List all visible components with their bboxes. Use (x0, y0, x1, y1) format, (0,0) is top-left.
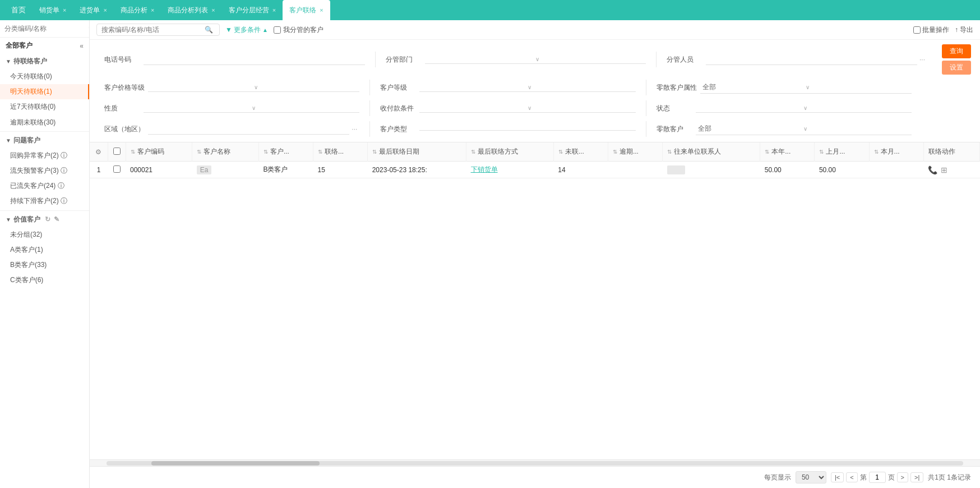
sidebar-group-value[interactable]: ▼ 价值客户 ↻ ✎ (0, 212, 89, 227)
row-checkbox[interactable] (113, 165, 121, 173)
th-action: 联络动作 (923, 142, 979, 162)
th-this-month[interactable]: ⇅ 本月... (869, 142, 923, 162)
th-last-date[interactable]: ⇅ 最后联络日期 (368, 142, 466, 162)
gender-select[interactable]: ∨ (144, 104, 359, 113)
close-product-analysis-icon[interactable]: × (151, 7, 154, 13)
close-sales-order-icon[interactable]: × (63, 7, 66, 13)
th-name[interactable]: ⇅ 客户名称 (192, 142, 259, 162)
sidebar-item-churn-warning[interactable]: 流失预警客户(3) ⓘ (0, 163, 89, 178)
edit-value-icon[interactable]: ✎ (54, 215, 59, 223)
dept-select-arrow: ∨ (535, 56, 644, 62)
sidebar-item-tomorrow-pending[interactable]: 明天待联络(1) (0, 84, 89, 99)
th-unit-contact[interactable]: ⇅ 往来单位联系人 (663, 142, 760, 162)
nav-product-analysis[interactable]: 商品分析 × (114, 0, 161, 20)
th-type[interactable]: ⇅ 客户... (258, 142, 313, 162)
sidebar-item-class-a[interactable]: A类客户(1) (0, 242, 89, 257)
next-page-btn[interactable]: > (897, 472, 908, 482)
batch-op-btn[interactable]: 批量操作 (913, 25, 949, 35)
sidebar-item-abnormal-repurchase[interactable]: 回购异常客户(2) ⓘ (0, 148, 89, 163)
menu-action-icon[interactable]: ⊞ (941, 165, 947, 174)
filter-customer-type: 客户类型 (375, 122, 641, 136)
close-customer-layering-icon[interactable]: × (272, 7, 276, 13)
filter-price-level: 客户价格等级 ∨ (99, 81, 365, 95)
nav-home[interactable]: 首页 (4, 0, 33, 20)
problem-arrow-icon: ▼ (6, 137, 11, 144)
sidebar-item-overdue-pending[interactable]: 逾期未联络(30) (0, 115, 89, 130)
nav-purchase-order[interactable]: 进货单 × (73, 0, 113, 20)
sidebar-item-today-pending[interactable]: 今天待联络(0) (0, 69, 89, 84)
sidebar-group-problem[interactable]: ▼ 问题客户 (0, 133, 89, 148)
th-this-year[interactable]: ⇅ 本年... (760, 142, 815, 162)
sidebar-search-input[interactable] (4, 25, 89, 33)
th-overdue[interactable]: ⇅ 逾期... (608, 142, 662, 162)
scrollbar-thumb[interactable] (151, 461, 320, 466)
filter-divider-2 (656, 52, 657, 67)
th-settings[interactable]: ⚙ (90, 142, 108, 162)
query-btn[interactable]: 查询 (942, 44, 971, 58)
close-purchase-order-icon[interactable]: × (103, 7, 107, 13)
toolbar-right: 批量操作 ↑ 导出 (913, 25, 973, 35)
horizontal-scrollbar[interactable] (90, 459, 980, 466)
retail-customer-arrow: ∨ (803, 126, 909, 132)
retail-customer-select[interactable]: 全部 ∨ (696, 123, 912, 135)
manager-dots[interactable]: ··· (917, 56, 927, 63)
nav-product-analysis-list[interactable]: 商品分析列表 × (161, 0, 221, 20)
prev-page-btn[interactable]: < (846, 472, 857, 482)
price-level-select[interactable]: ∨ (148, 83, 359, 92)
cell-overdue (608, 162, 662, 178)
call-action-icon[interactable]: 📞 (928, 165, 937, 174)
filter-dept: 分管部门 ∨ (380, 53, 652, 67)
status-select[interactable]: ∨ (696, 104, 912, 113)
first-page-btn[interactable]: |< (831, 472, 844, 482)
region-dots[interactable]: ··· (349, 125, 359, 133)
th-uncontacted[interactable]: ⇅ 未联... (553, 142, 608, 162)
settings-icon[interactable]: ⚙ (95, 148, 101, 156)
close-customer-contact-icon[interactable]: × (320, 7, 323, 13)
per-page-select[interactable]: 50 100 200 (796, 471, 826, 484)
payment-select[interactable]: ∨ (419, 104, 635, 113)
last-method-link[interactable]: 下销货单 (471, 165, 498, 173)
page-input[interactable] (869, 472, 886, 483)
sidebar-search-wrap: 🔍 (0, 20, 89, 38)
th-contacts[interactable]: ⇅ 联络... (313, 142, 368, 162)
nav-customer-contact[interactable]: 客户联络 × (283, 0, 330, 20)
filter-actions: 查询 设置 (942, 44, 971, 75)
th-this-month-sort-icon: ⇅ (874, 149, 879, 155)
batch-checkbox[interactable] (913, 26, 921, 34)
sidebar-item-churned[interactable]: 已流失客户(24) ⓘ (0, 178, 89, 194)
refresh-value-icon[interactable]: ↻ (45, 215, 50, 223)
sidebar-item-class-c[interactable]: C类客户(6) (0, 273, 89, 288)
value-arrow-icon: ▼ (6, 217, 11, 223)
sidebar-item-7days-pending[interactable]: 近7天待联络(0) (0, 99, 89, 114)
main-layout: 🔍 全部客户 « ▼ 待联络客户 今天待联络(0) 明天待联络(1) 近7天待联… (0, 20, 980, 488)
sidebar-item-ungrouped[interactable]: 未分组(32) (0, 227, 89, 242)
phone-input[interactable] (144, 54, 365, 65)
sidebar-item-class-b[interactable]: B类客户(33) (0, 257, 89, 273)
cell-last-date: 2023-05-23 18:25: (368, 162, 466, 178)
reset-btn[interactable]: 设置 (942, 61, 971, 75)
sidebar-group-pending[interactable]: ▼ 待联络客户 (0, 54, 89, 69)
sidebar-collapse-icon[interactable]: « (80, 42, 84, 50)
retail-attr-select[interactable]: 全部 ∨ (700, 81, 912, 94)
last-page-btn[interactable]: >| (910, 472, 923, 482)
sidebar-all-customers[interactable]: 全部客户 « (0, 38, 89, 54)
th-last-method[interactable]: ⇅ 最后联络方式 (466, 142, 554, 162)
retail-customer-label: 零散客户 (657, 125, 696, 134)
select-all-checkbox[interactable] (113, 148, 121, 155)
nav-customer-layering[interactable]: 客户分层经营 × (222, 0, 283, 20)
customer-level-select[interactable]: ∨ (419, 83, 635, 92)
th-last-month[interactable]: ⇅ 上月... (815, 142, 869, 162)
main-search-icon[interactable]: 🔍 (205, 26, 213, 34)
more-conditions-btn[interactable]: ▼ 更多条件 ▲ (225, 25, 268, 35)
dept-select[interactable]: ∨ (425, 55, 646, 64)
export-btn[interactable]: ↑ 导出 (955, 25, 973, 35)
sidebar-item-declining[interactable]: 持续下滑客户(2) ⓘ (0, 194, 89, 209)
close-product-analysis-list-icon[interactable]: × (211, 7, 215, 13)
my-customers-checkbox[interactable] (274, 26, 281, 34)
main-search-input[interactable] (101, 26, 202, 34)
customer-type-select[interactable] (419, 128, 635, 131)
content-area: 🔍 ▼ 更多条件 ▲ 我分管的客户 批量操作 ↑ 导出 (90, 20, 980, 488)
nav-sales-order[interactable]: 销货单 × (33, 0, 73, 20)
th-code[interactable]: ⇅ 客户编码 (126, 142, 192, 162)
th-last-date-sort-icon: ⇅ (372, 149, 377, 155)
